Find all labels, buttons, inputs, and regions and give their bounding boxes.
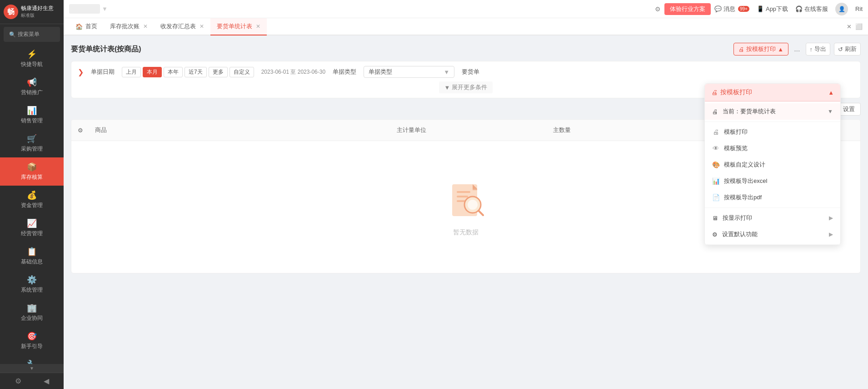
- tab-home-label: 首页: [85, 22, 97, 30]
- refresh-label: 刷新: [845, 45, 857, 53]
- tab-receivables-close[interactable]: ✕: [200, 23, 204, 30]
- type-filter-select[interactable]: 单据类型 ▼: [364, 66, 454, 78]
- sidebar-item-appstore[interactable]: 🔧 应用中心: [0, 355, 64, 364]
- svg-point-5: [468, 200, 478, 210]
- sales-label: 销售管理: [21, 117, 43, 125]
- template-design-icon: 🎨: [712, 161, 719, 168]
- dropdown-extra-section: 🖥 按显示打印 ▶ ⚙ 设置默认功能 ▶: [705, 208, 840, 245]
- quick-nav-icon: ⚡: [27, 49, 37, 59]
- topbar-gear-icon[interactable]: ⚙: [655, 5, 661, 13]
- notification-badge: 99+: [738, 6, 749, 12]
- dropdown-title-text: 按模板打印: [720, 88, 752, 96]
- expand-icon: ▼: [444, 84, 450, 91]
- home-icon: 🏠: [75, 23, 83, 30]
- appstore-icon: 🔧: [27, 359, 37, 364]
- app-logo-icon: 畅: [4, 5, 18, 19]
- app-download-btn[interactable]: 📱 App下载: [757, 5, 788, 13]
- print-template-btn[interactable]: 🖨 按模板打印 ▲: [733, 43, 788, 56]
- tab-inventory-batch[interactable]: 库存批次账 ✕: [104, 18, 154, 35]
- cargo-filter-label: 要货单: [462, 68, 479, 76]
- search-label: 搜索菜单: [18, 30, 40, 38]
- export-btn[interactable]: ↑ 导出: [806, 43, 831, 56]
- sidebar-item-inventory[interactable]: 📦 库存核算: [0, 157, 64, 186]
- sidebar-item-enterprise[interactable]: 🏢 企业协同: [0, 298, 64, 327]
- dropdown-item-template-design[interactable]: 🎨 模板自定义设计: [705, 157, 840, 173]
- type-filter-label: 单据类型: [333, 68, 356, 76]
- tab-receivables[interactable]: 收发存汇总表 ✕: [154, 18, 210, 35]
- settings-icon[interactable]: ⚙: [15, 377, 21, 385]
- dropdown-items-section: 🖨 模板打印 👁 模板预览 🎨 模板自定义设计 📊 按模板导出excel 📄: [705, 122, 840, 208]
- display-print-label: 按显示打印: [723, 214, 752, 222]
- sidebar-scroll-down[interactable]: ▼: [0, 364, 64, 373]
- expand-more-btn[interactable]: ▼ 展开更多条件: [439, 81, 493, 93]
- export-label: 导出: [814, 45, 826, 53]
- dropdown-close-arrow[interactable]: ▲: [828, 89, 834, 96]
- trial-btn[interactable]: 体验行业方案: [664, 3, 711, 15]
- purchase-icon: 🛒: [27, 134, 37, 144]
- dropdown-item-export-pdf[interactable]: 📄 按模板导出pdf: [705, 189, 840, 206]
- date-btn-current-year[interactable]: 本年: [164, 67, 183, 77]
- topbar: ▼ ⚙ 体验行业方案 💬 消息 99+ 📱 App下载 🎧 在线客服 👤 Rit: [64, 0, 868, 18]
- collapse-icon[interactable]: ◀: [44, 377, 49, 385]
- dropdown-current-item[interactable]: 🖨 当前：要货单统计表 ▼: [705, 103, 840, 120]
- display-print-left: 🖥 按显示打印: [712, 214, 752, 222]
- app-download-label: App下载: [766, 5, 788, 13]
- date-btn-last-7days[interactable]: 近7天: [185, 67, 207, 77]
- date-btn-more[interactable]: 更多: [209, 67, 228, 77]
- breadcrumb-item[interactable]: [69, 4, 100, 14]
- filter-expand-chevron[interactable]: ❯: [78, 68, 84, 76]
- print-template-label: 按模板打印: [746, 45, 776, 53]
- window-maximize-icon[interactable]: ⬜: [855, 23, 863, 30]
- dropdown-item-template-preview[interactable]: 👁 模板预览: [705, 140, 840, 157]
- sidebar-item-newbie[interactable]: 🎯 新手引导: [0, 327, 64, 355]
- sidebar-item-operations[interactable]: 📈 经营管理: [0, 214, 64, 242]
- dropdown-item-export-excel[interactable]: 📊 按模板导出excel: [705, 173, 840, 189]
- inventory-icon: 📦: [27, 162, 37, 172]
- empty-icon: [443, 177, 489, 223]
- th-settings[interactable]: ⚙: [71, 124, 90, 136]
- tab-order-stats[interactable]: 要货单统计表 ✕: [210, 18, 267, 35]
- svg-rect-7: [473, 189, 477, 190]
- empty-text: 暂无数据: [453, 228, 479, 237]
- notification-label: 消息: [723, 5, 735, 13]
- date-btn-custom[interactable]: 自定义: [229, 67, 254, 77]
- refresh-icon: ↺: [838, 46, 843, 53]
- print-icon: 🖨: [738, 46, 744, 53]
- page-content: 要货单统计表(按商品) 🖨 按模板打印 ▲ ... ↑ 导出 ↺ 刷新: [64, 35, 868, 389]
- template-preview-icon: 👁: [712, 145, 719, 152]
- avatar[interactable]: 👤: [835, 3, 848, 15]
- user-name[interactable]: Rit: [855, 5, 863, 12]
- online-service-btn[interactable]: 🎧 在线客服: [795, 5, 828, 13]
- set-default-left: ⚙ 设置默认功能: [712, 230, 758, 238]
- template-print-icon: 🖨: [712, 128, 719, 136]
- template-preview-label: 模板预览: [724, 144, 748, 152]
- dropdown-item-display-print[interactable]: 🖥 按显示打印 ▶: [705, 210, 840, 226]
- sidebar-item-system[interactable]: ⚙️ 系统管理: [0, 270, 64, 298]
- sidebar-item-purchase[interactable]: 🛒 采购管理: [0, 129, 64, 157]
- date-btn-last-month[interactable]: 上月: [122, 67, 141, 77]
- th-unit: 主计量单位: [391, 123, 548, 137]
- refresh-btn[interactable]: ↺ 刷新: [834, 43, 861, 56]
- tab-inventory-batch-close[interactable]: ✕: [143, 23, 148, 30]
- sidebar-search[interactable]: 🔍 搜索菜单: [4, 27, 60, 42]
- window-close-icon[interactable]: ✕: [847, 23, 852, 30]
- dropdown-header: 🖨 按模板打印 ▲: [705, 84, 840, 101]
- set-default-arrow: ▶: [829, 231, 833, 237]
- more-icon[interactable]: ...: [792, 44, 802, 54]
- sidebar-item-marketing[interactable]: 📢 营销推广: [0, 73, 64, 101]
- marketing-icon: 📢: [27, 77, 37, 87]
- tab-order-stats-close[interactable]: ✕: [256, 23, 260, 30]
- tab-home[interactable]: 🏠 首页: [69, 18, 104, 35]
- display-print-icon: 🖥: [712, 215, 718, 222]
- sidebar-item-basic[interactable]: 📋 基础信息: [0, 242, 64, 270]
- sidebar-item-quick-nav[interactable]: ⚡ 快捷导航: [0, 45, 64, 73]
- notification-btn[interactable]: 💬 消息 99+: [714, 5, 749, 13]
- date-filter-btns: 上月 本月 本年 近7天 更多 自定义: [122, 67, 254, 77]
- date-btn-current-month[interactable]: 本月: [143, 67, 162, 77]
- sidebar-item-finance[interactable]: 💰 资金管理: [0, 186, 64, 214]
- sidebar-item-sales[interactable]: 📊 销售管理: [0, 101, 64, 129]
- dropdown-item-set-default[interactable]: ⚙ 设置默认功能 ▶: [705, 226, 840, 242]
- dropdown-item-template-print[interactable]: 🖨 模板打印: [705, 124, 840, 140]
- template-design-label: 模板自定义设计: [724, 161, 765, 169]
- page-header: 要货单统计表(按商品) 🖨 按模板打印 ▲ ... ↑ 导出 ↺ 刷新: [71, 43, 861, 56]
